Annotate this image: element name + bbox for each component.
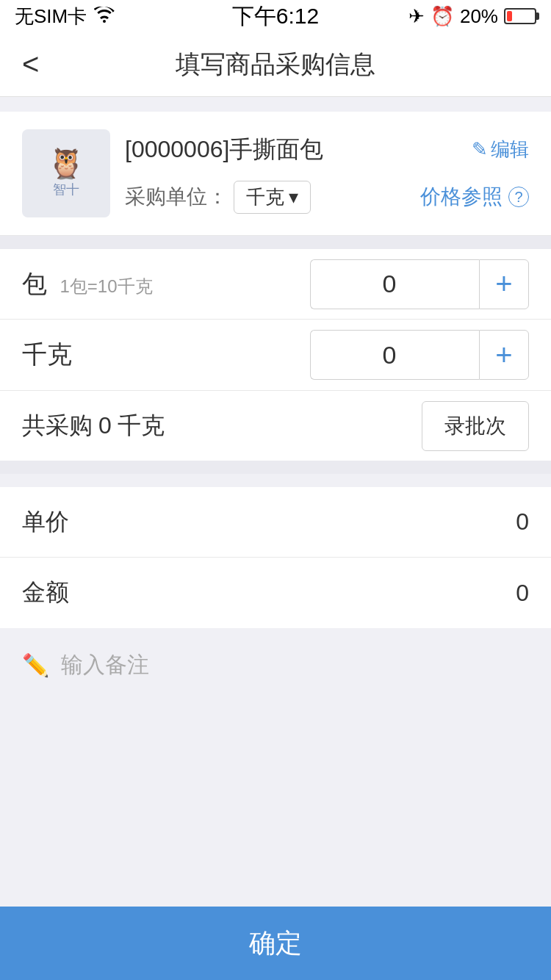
section-divider-1 (0, 236, 551, 249)
price-label-unit: 单价 (22, 506, 69, 538)
product-unit-row: 采购单位： 千克 ▾ 价格参照 ? (125, 181, 529, 214)
product-info: [0000006]手撕面包 ✎ 编辑 采购单位： 千克 ▾ 价格参照 ? (125, 134, 529, 214)
status-bar: 无SIM卡 下午6:12 ✈ ⏰ 20% (0, 0, 551, 32)
summary-suffix: 千克 (118, 410, 165, 442)
page-spacer (0, 702, 551, 907)
product-logo-text: 智十 (53, 181, 79, 198)
quantity-plus-bao[interactable]: + (479, 259, 529, 309)
page-title: 填写商品采购信息 (176, 48, 375, 82)
price-ref-label: 价格参照 (420, 183, 503, 211)
price-row-total: 金额 0 (0, 558, 551, 628)
status-bar-time: 下午6:12 (232, 1, 319, 32)
edit-button[interactable]: ✎ 编辑 (472, 137, 529, 162)
confirm-button[interactable]: 确定 (0, 907, 551, 980)
quantity-label-bao: 包 1包=10千克 (22, 267, 310, 301)
notes-placeholder: 输入备注 (61, 650, 149, 680)
status-bar-left: 无SIM卡 (15, 4, 115, 29)
price-value-total: 0 (516, 580, 529, 607)
quantity-label-kg: 千克 (22, 338, 310, 372)
quantity-input-wrap-bao: + (310, 259, 529, 309)
product-card: 🦉 智十 [0000006]手撕面包 ✎ 编辑 采购单位： 千克 ▾ (0, 112, 551, 236)
section-divider-2 (0, 461, 551, 474)
quantity-row-kg: 千克 + (0, 320, 551, 390)
price-section: 单价 0 金额 0 (0, 487, 551, 628)
unit-value: 千克 (246, 184, 284, 210)
nav-bar: < 填写商品采购信息 (0, 32, 551, 97)
quantity-plus-kg[interactable]: + (479, 330, 529, 380)
back-button[interactable]: < (0, 48, 61, 81)
edit-label: 编辑 (491, 137, 529, 162)
price-label-total: 金额 (22, 577, 69, 609)
edit-icon: ✎ (472, 138, 488, 161)
quantity-section: 包 1包=10千克 + 千克 + (0, 249, 551, 390)
price-ref-button[interactable]: 价格参照 ? (420, 183, 529, 211)
chevron-down-icon: ▾ (289, 186, 298, 209)
unit-select[interactable]: 千克 ▾ (234, 181, 311, 214)
info-icon: ? (508, 187, 529, 207)
pencil-icon: ✏️ (22, 652, 49, 678)
quantity-input-wrap-kg: + (310, 330, 529, 380)
wifi-icon (94, 5, 115, 28)
product-image: 🦉 智十 (22, 129, 110, 217)
quantity-row-bao: 包 1包=10千克 + (0, 249, 551, 320)
quantity-input-bao[interactable] (310, 259, 479, 309)
product-logo-icon: 🦉 (48, 148, 84, 178)
summary-text: 共采购 0 千克 (22, 410, 165, 442)
product-name: [0000006]手撕面包 (125, 134, 323, 166)
unit-label: 采购单位： 千克 ▾ (125, 181, 311, 214)
notes-section[interactable]: ✏️ 输入备注 (0, 628, 551, 702)
battery-percent: 20% (460, 5, 498, 28)
battery-icon (504, 8, 536, 24)
price-value-unit: 0 (516, 508, 529, 536)
location-icon: ✈ (408, 5, 425, 28)
alarm-icon: ⏰ (431, 5, 454, 28)
summary-prefix: 共采购 (22, 410, 93, 442)
quantity-input-kg[interactable] (310, 330, 479, 380)
batch-button[interactable]: 录批次 (422, 401, 529, 451)
quantity-sublabel-bao: 1包=10千克 (60, 276, 152, 296)
sim-label: 无SIM卡 (15, 4, 87, 29)
product-name-row: [0000006]手撕面包 ✎ 编辑 (125, 134, 529, 166)
summary-row: 共采购 0 千克 录批次 (0, 390, 551, 461)
status-bar-right: ✈ ⏰ 20% (408, 5, 536, 28)
price-row-unit: 单价 0 (0, 487, 551, 558)
summary-value: 0 (98, 412, 112, 439)
